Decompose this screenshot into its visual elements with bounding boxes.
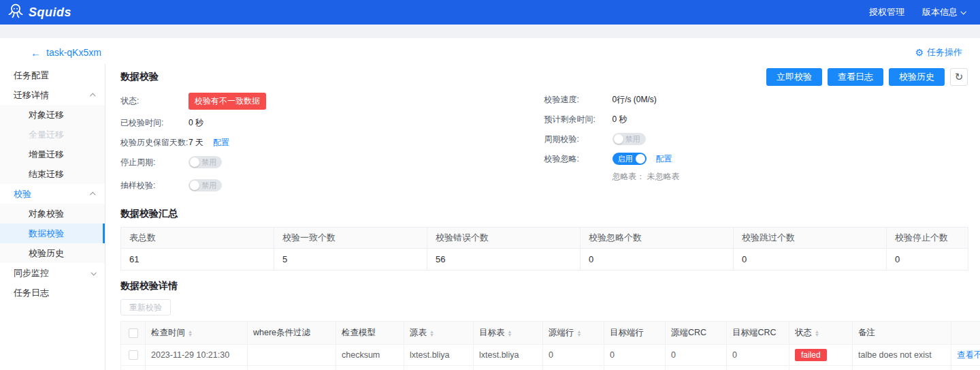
sidebar-label: 校验 — [14, 188, 31, 200]
cell-target: public.auser — [474, 366, 543, 370]
brand[interactable]: Squids — [7, 2, 71, 22]
main-panel: 数据校验 立即校验 查看日志 校验历史 ↻ 状态: 校验有不一致数据 — [105, 64, 980, 370]
sidebar-item-data-validation[interactable]: 数据校验 — [0, 223, 105, 243]
sidebar-item-end-migration[interactable]: 结束迁移 — [0, 164, 105, 184]
cell-source: public.auser — [404, 366, 474, 370]
col-target-table[interactable]: 目标表▲▼ — [474, 322, 543, 345]
cell-where — [248, 366, 336, 370]
col-label: 检查模型 — [342, 328, 376, 337]
summary-value-total: 61 — [121, 249, 274, 271]
revalidate-button: 重新校验 — [120, 299, 171, 315]
cell-remark: talbe does not exist — [853, 366, 951, 370]
cell-target: lxtest.bliya — [474, 345, 543, 366]
col-source-rows[interactable]: 源端行▲▼ — [543, 322, 604, 345]
summary-header-consistent: 校验一致个数 — [274, 228, 427, 249]
col-status[interactable]: 状态▲▼ — [789, 322, 853, 345]
history-retention-label: 校验历史保留天数: — [120, 137, 189, 149]
summary-value-stopped: 0 — [887, 249, 968, 271]
sidebar-group-migration-details[interactable]: 迁移详情 — [0, 85, 105, 105]
nav-version-label: 版本信息 — [922, 6, 958, 18]
remaining-time-label: 预计剩余时间: — [544, 114, 612, 125]
navbar-menu: 授权管理 版本信息 — [869, 6, 965, 18]
select-all-checkbox[interactable] — [129, 328, 138, 338]
sort-icon[interactable]: ▲▼ — [188, 330, 193, 337]
retention-config-link[interactable]: 配置 — [213, 137, 229, 149]
sort-icon[interactable]: ▲▼ — [815, 330, 819, 337]
sampling-validation-toggle[interactable]: 禁用 — [189, 179, 222, 191]
table-row: 2023-11-29 10:21:30 checksum lxtest.bliy… — [121, 345, 980, 366]
table-row: 2023-11-29 10:21:30 checksum public.ause… — [121, 366, 980, 370]
col-label: 检查时间 — [151, 328, 185, 337]
stop-cycle-toggle[interactable]: 禁用 — [189, 156, 222, 168]
col-label: 源端CRC — [671, 328, 706, 337]
details-table: 检查时间▲▼ where条件过滤 检查模型 源表▲▼ 目标表▲▼ 源端行▲▼ 目… — [120, 321, 980, 370]
sampling-validation-label: 抽样校验: — [120, 180, 189, 191]
toggle-state-label: 禁用 — [625, 134, 640, 144]
gear-icon: ⚙ — [915, 47, 924, 58]
task-operations-link[interactable]: ⚙ 任务操作 — [915, 46, 962, 59]
history-retention-value: 7 天 — [189, 137, 203, 149]
sort-icon[interactable]: ▲▼ — [429, 330, 434, 337]
info-grid: 状态: 校验有不一致数据 已校验时间: 0 秒 校验历史保留天数: 7 天 配置… — [120, 93, 968, 198]
col-label: 源表 — [410, 328, 427, 337]
chevron-up-icon — [90, 93, 95, 98]
summary-value-row: 61 5 56 0 0 0 — [121, 249, 968, 271]
nav-version-info[interactable]: 版本信息 — [922, 6, 965, 18]
cell-src-rows: 0 — [543, 345, 604, 366]
sidebar-group-validation[interactable]: 校验 — [0, 184, 105, 204]
card-header: ← task-qKx5xm ⚙ 任务操作 — [0, 38, 980, 64]
col-label: 状态 — [795, 328, 812, 337]
sidebar: 任务配置 迁移详情 对象迁移 全量迁移 增量迁移 结束迁移 校验 — [0, 64, 105, 370]
col-remark: 备注 — [853, 322, 951, 345]
refresh-button[interactable]: ↻ — [950, 68, 968, 86]
periodic-validation-toggle[interactable]: 禁用 — [612, 133, 646, 145]
page-title: 数据校验 — [120, 68, 159, 83]
cell-src-rows: 0 — [543, 366, 604, 370]
validation-ignore-label: 校验忽略: — [544, 153, 612, 165]
col-label: 目标端CRC — [732, 328, 777, 337]
validate-now-button[interactable]: 立即校验 — [766, 68, 822, 86]
sidebar-group-sync-monitor[interactable]: 同步监控 — [0, 263, 105, 283]
sidebar-item-task-logs[interactable]: 任务日志 — [0, 283, 105, 303]
cell-time: 2023-11-29 10:21:30 — [146, 345, 248, 366]
validation-ignore-toggle[interactable]: 启用 — [612, 153, 647, 165]
sidebar-item-task-config[interactable]: 任务配置 — [0, 65, 105, 85]
cell-source: lxtest.bliya — [404, 345, 474, 366]
view-logs-button[interactable]: 查看日志 — [828, 68, 883, 86]
view-inconsistency-link[interactable]: 查看不一致 — [957, 350, 980, 360]
ignore-config-link[interactable]: 配置 — [656, 153, 672, 165]
back-link[interactable]: ← task-qKx5xm — [31, 47, 101, 59]
sidebar-item-object-migration[interactable]: 对象迁移 — [0, 105, 105, 125]
ignored-tables-note: 忽略表： 未忽略表 — [612, 171, 680, 183]
sidebar-label: 对象校验 — [29, 208, 64, 220]
summary-value-errors: 56 — [427, 249, 581, 271]
nav-auth-management[interactable]: 授权管理 — [869, 6, 904, 18]
sort-icon[interactable]: ▲▼ — [577, 330, 582, 337]
toggle-knob — [614, 134, 623, 144]
sidebar-item-incremental-migration[interactable]: 增量迁移 — [0, 144, 105, 164]
cell-dst-rows: 0 — [604, 345, 666, 366]
validated-time-value: 0 秒 — [189, 117, 203, 129]
cell-remark: talbe does not exist — [853, 345, 951, 366]
sidebar-item-full-migration: 全量迁移 — [0, 125, 105, 144]
sidebar-item-validation-history[interactable]: 校验历史 — [0, 243, 105, 263]
col-source-table[interactable]: 源表▲▼ — [404, 322, 474, 345]
toggle-knob — [190, 181, 199, 190]
col-label: 备注 — [858, 328, 875, 337]
col-where-filter: where条件过滤 — [248, 322, 336, 345]
validated-time-label: 已校验时间: — [120, 117, 189, 129]
content-card: ← task-qKx5xm ⚙ 任务操作 任务配置 迁移详情 对象迁移 全量迁移 — [0, 38, 980, 370]
action-buttons: 立即校验 查看日志 校验历史 ↻ — [766, 68, 968, 86]
sort-icon[interactable]: ▲▼ — [508, 330, 512, 337]
summary-header-row: 表总数 校验一致个数 校验错误个数 校验忽略个数 校验跳过个数 校验停止个数 — [121, 228, 968, 249]
row-checkbox[interactable] — [129, 350, 138, 360]
col-label: 源端行 — [549, 328, 574, 337]
sidebar-item-object-validation[interactable]: 对象校验 — [0, 204, 105, 223]
validation-history-button[interactable]: 校验历史 — [889, 68, 945, 86]
cell-time: 2023-11-29 10:21:30 — [146, 366, 248, 370]
details-section-title: 数据校验详情 — [120, 280, 968, 292]
chevron-up-icon — [90, 191, 95, 197]
cell-dst-crc: 0 — [727, 345, 789, 366]
col-check-time[interactable]: 检查时间▲▼ — [146, 322, 248, 345]
cell-model: checksum — [336, 345, 404, 366]
